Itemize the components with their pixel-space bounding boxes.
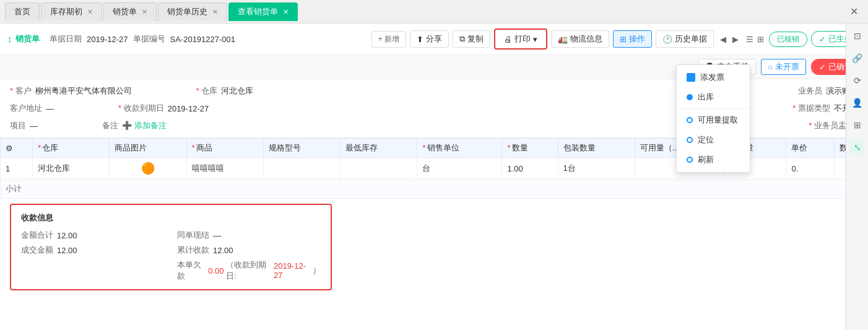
- action-button[interactable]: ⊞ 操作: [613, 30, 652, 48]
- window-close-button[interactable]: ✕: [845, 3, 863, 20]
- amount-row: 金额合计 12.00: [21, 230, 165, 241]
- menu-item-locate[interactable]: 定位: [677, 130, 750, 150]
- tab-view-sales-close[interactable]: ✕: [283, 8, 289, 16]
- logistics-button[interactable]: 🚛 物流信息: [551, 30, 609, 48]
- tab-view-sales-label: 查看销货单: [238, 6, 278, 17]
- share-button[interactable]: ⬆ 分享: [410, 30, 449, 48]
- prev-button[interactable]: ◀: [718, 33, 729, 45]
- tab-sales[interactable]: 销货单 ✕: [103, 2, 157, 21]
- print-button[interactable]: 🖨 打印 ▾: [498, 31, 544, 47]
- col-spec: 规格型号: [263, 139, 340, 158]
- invoice-icon: [687, 73, 695, 82]
- summary-title: 收款信息: [21, 212, 321, 224]
- owe-label: 本单欠款: [177, 259, 206, 282]
- warehouse-value: 河北仓库: [221, 85, 253, 97]
- menu-item-invoice[interactable]: 添发票: [677, 67, 750, 87]
- row-spec: [263, 158, 340, 180]
- new-button[interactable]: + 新增: [371, 31, 406, 48]
- menu-item-refresh[interactable]: 刷新: [677, 150, 750, 170]
- next-button[interactable]: ▶: [730, 33, 741, 45]
- due-date-label: 收款到期日: [118, 103, 164, 114]
- row-image: 🟠: [110, 158, 186, 180]
- tab-home-label: 首页: [14, 6, 30, 17]
- add-remark-button[interactable]: ➕ 添加备注: [122, 120, 167, 131]
- col-gear: ⚙: [1, 139, 33, 158]
- outstock-icon: [687, 94, 693, 100]
- toolbar: + 新增 ⬆ 分享 ⧉ 复制 🖨 打印 ▾ 🚛: [371, 28, 861, 50]
- menu-item-invoice-label: 添发票: [700, 72, 724, 83]
- action-icon: ⊞: [620, 35, 627, 44]
- address-label: 客户地址: [10, 103, 42, 114]
- tab-inventory[interactable]: 库存期初 ✕: [41, 2, 102, 21]
- owe-end: ）: [313, 265, 321, 276]
- copy-button[interactable]: ⧉ 复制: [453, 30, 490, 48]
- tab-home[interactable]: 首页: [5, 2, 40, 21]
- menu-item-avail[interactable]: 可用量提取: [677, 110, 750, 130]
- doc-header: ↕ 销货单 单据日期 2019-12-27 单据编号 SA-20191227-0…: [0, 24, 868, 55]
- staff2-label: 业务员盂: [809, 120, 846, 131]
- row-min-stock: [341, 158, 417, 180]
- project-field: 项目 —: [10, 120, 38, 131]
- amount-label: 金额合计: [21, 230, 53, 241]
- due-date-field: 收款到期日 2019-12-27: [118, 103, 209, 114]
- menu-item-outstock-label: 出库: [698, 92, 714, 103]
- history-button[interactable]: 🕐 历史单据: [656, 30, 714, 48]
- menu-item-avail-label: 可用量提取: [698, 115, 738, 126]
- right-icon-4[interactable]: 👤: [850, 95, 865, 110]
- remark-label: 备注: [102, 120, 118, 131]
- summary-box: 收款信息 金额合计 12.00 同单现结 — 成交金额 12.00 累计收款 1…: [10, 204, 332, 290]
- col-unit: *销售单位: [417, 139, 502, 158]
- tab-inventory-close[interactable]: ✕: [87, 8, 93, 16]
- tab-sales-close[interactable]: ✕: [142, 8, 147, 16]
- doc-title-area: ↕ 销货单: [7, 33, 40, 45]
- check-icon: ✓: [819, 63, 826, 72]
- warehouse-label: 仓库: [196, 85, 218, 97]
- right-panel: ⊡ 🔗 ⟳ 👤 ⊞ ⤡: [846, 24, 868, 330]
- col-warehouse: *仓库: [33, 139, 110, 158]
- summary-grid: 金额合计 12.00 同单现结 — 成交金额 12.00 累计收款 12.00 …: [21, 230, 321, 282]
- menu-item-outstock[interactable]: 出库: [677, 87, 750, 107]
- print-dropdown-arrow: ▾: [533, 35, 537, 44]
- tab-bar: 首页 库存期初 ✕ 销货单 ✕ 销货单历史 ✕ 查看销货单 ✕ ✕: [0, 0, 868, 24]
- tab-view-sales[interactable]: 查看销货单 ✕: [228, 2, 298, 21]
- right-icon-expand[interactable]: ⤡: [850, 140, 865, 155]
- doc-title-text: 销货单: [15, 33, 40, 45]
- doc-meta: 单据日期 2019-12-27 单据编号 SA-20191227-001: [50, 33, 235, 45]
- copy-icon: ⧉: [459, 34, 465, 44]
- doc-title-icon: ↕: [7, 34, 12, 44]
- row-unit: 台: [417, 158, 502, 180]
- row-no: 1: [1, 158, 33, 180]
- col-qty: *数量: [502, 139, 558, 158]
- date-label: 单据日期: [50, 33, 82, 45]
- cumulative-value: 12.00: [213, 246, 233, 255]
- menu-item-locate-label: 定位: [698, 134, 714, 145]
- due-date-value: 2019-12-27: [168, 104, 209, 113]
- grid-layout-icon[interactable]: ⊞: [756, 33, 765, 45]
- sold-button[interactable]: 已核销: [769, 32, 807, 47]
- transaction-value: 12.00: [57, 246, 77, 255]
- right-icon-5[interactable]: ⊞: [850, 118, 865, 132]
- tab-history[interactable]: 销货单历史 ✕: [158, 2, 227, 21]
- locate-icon: [687, 137, 693, 143]
- menu-item-refresh-label: 刷新: [698, 154, 714, 165]
- right-icon-1[interactable]: ⊡: [850, 28, 865, 43]
- remark-field: 备注 ➕ 添加备注: [102, 120, 167, 131]
- refresh-icon: [687, 157, 693, 163]
- row-price: 0.: [786, 158, 834, 180]
- not-open-button[interactable]: ○ 未开票: [761, 59, 806, 75]
- tab-history-close[interactable]: ✕: [212, 8, 218, 16]
- layout-icons: ☰ ⊞: [745, 33, 765, 45]
- action-dropdown-menu: 添发票 出库 可用量提取 定位 刷新: [676, 64, 750, 173]
- list-layout-icon[interactable]: ☰: [745, 33, 755, 45]
- right-icon-2[interactable]: 🔗: [850, 51, 865, 66]
- right-icon-3[interactable]: ⟳: [850, 73, 865, 88]
- print-highlight-area: 🖨 打印 ▾: [494, 28, 547, 50]
- customer-label: 客户: [10, 85, 32, 97]
- staff-label: 业务员: [798, 85, 822, 97]
- row-qty: 1.00: [502, 158, 558, 180]
- address-value: —: [46, 104, 54, 113]
- logistics-icon: 🚛: [558, 35, 568, 44]
- project-value: —: [30, 121, 38, 131]
- row-warehouse: 河北仓库: [33, 158, 110, 180]
- tab-sales-label: 销货单: [113, 6, 137, 17]
